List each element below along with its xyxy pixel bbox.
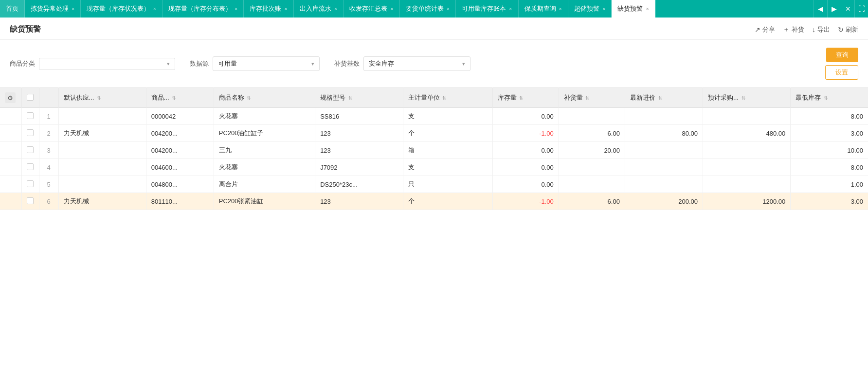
row-checkbox-4[interactable] <box>21 176 39 193</box>
tab-close-flow[interactable]: × <box>334 6 337 12</box>
row-goods-name-2: 三九 <box>214 142 315 159</box>
col-header-estimated-purchase[interactable]: 预计采购... ⇅ <box>703 88 791 108</box>
tab-expiry[interactable]: 保质期查询 × <box>519 0 568 18</box>
row-spec-5: 123 <box>315 193 403 210</box>
row-min-stock-3: 8.00 <box>791 159 868 176</box>
row-goods-code-4: 004800... <box>146 176 214 193</box>
tab-nav-buttons: ◀ ▶ ✕ ⛶ <box>814 0 868 18</box>
row-estimated-1: 480.00 <box>703 125 791 142</box>
settings-button[interactable]: 设置 <box>825 65 858 80</box>
row-latest-price-4 <box>625 176 703 193</box>
tab-close-shortage[interactable]: × <box>646 6 649 12</box>
row-goods-code-2: 004200... <box>146 142 214 159</box>
col-header-settings[interactable]: ⚙ <box>0 88 21 108</box>
col-header-replenish-qty[interactable]: 补货量 ⇅ <box>559 88 625 108</box>
tab-overstock[interactable]: 超储预警 × <box>568 0 612 18</box>
checkbox-4[interactable] <box>27 180 34 187</box>
row-supplier-1: 力天机械 <box>58 125 146 142</box>
checkbox-2[interactable] <box>27 146 34 153</box>
checkbox-5[interactable] <box>27 197 34 204</box>
goods-category-select[interactable]: ▾ <box>39 58 175 70</box>
col-header-min-stock[interactable]: 最低库存 ⇅ <box>791 88 868 108</box>
table-header-row: ⚙ 默认供应... ⇅ 商品... ⇅ 商品名称 <box>0 88 868 108</box>
share-button[interactable]: ↗ 分享 <box>755 25 775 34</box>
row-goods-code-5: 801110... <box>146 193 214 210</box>
select-all-checkbox[interactable] <box>27 94 34 101</box>
refresh-button[interactable]: ↻ 刷新 <box>838 25 858 34</box>
row-replenish-qty-0 <box>559 108 625 125</box>
col-header-stock[interactable]: 库存量 ⇅ <box>492 88 559 108</box>
tab-nav-close[interactable]: ✕ <box>841 0 854 18</box>
row-stock-4: 0.00 <box>492 176 559 193</box>
tab-goods-order[interactable]: 要货单统计表 × <box>400 0 456 18</box>
tab-nav-fullscreen[interactable]: ⛶ <box>854 0 868 18</box>
row-checkbox-0[interactable] <box>21 108 39 125</box>
replenish-base-filter: 补货基数 安全库存 ▾ <box>334 56 470 71</box>
tab-close-overstock[interactable]: × <box>602 6 605 12</box>
sort-icon-code: ⇅ <box>172 95 176 101</box>
tab-flow[interactable]: 出入库流水 × <box>294 0 344 18</box>
replenish-base-arrow: ▾ <box>462 61 465 67</box>
tab-stock-status[interactable]: 现存量（库存状况表） × <box>81 0 162 18</box>
col-header-num <box>39 88 58 108</box>
replenish-button[interactable]: ＋ 补货 <box>783 25 804 34</box>
row-supplier-5: 力天机械 <box>58 193 146 210</box>
tab-stock-distribution[interactable]: 现存量（库存分布表） × <box>163 0 244 18</box>
tab-pick-exception[interactable]: 拣货异常处理 × <box>25 0 81 18</box>
col-header-goods-code[interactable]: 商品... ⇅ <box>146 88 214 108</box>
row-spec-2: 123 <box>315 142 403 159</box>
row-checkbox-5[interactable] <box>21 193 39 210</box>
tab-home[interactable]: 首页 <box>0 0 25 18</box>
tab-close-batch-account[interactable]: × <box>284 6 287 12</box>
column-settings-gear[interactable]: ⚙ <box>5 92 16 103</box>
data-source-select[interactable]: 可用量 ▾ <box>213 56 320 71</box>
row-checkbox-2[interactable] <box>21 142 39 159</box>
checkbox-0[interactable] <box>27 112 34 119</box>
tab-batch-account[interactable]: 库存批次账 × <box>244 0 293 18</box>
col-header-goods-name[interactable]: 商品名称 ⇅ <box>214 88 315 108</box>
row-goods-name-3: 火花塞 <box>214 159 315 176</box>
row-supplier-4 <box>58 176 146 193</box>
tab-available-stock[interactable]: 可用量库存账本 × <box>456 0 518 18</box>
export-button[interactable]: ↓ 导出 <box>812 25 830 34</box>
tab-nav-prev[interactable]: ◀ <box>814 0 827 18</box>
tab-close-expiry[interactable]: × <box>559 6 562 12</box>
sort-icon-stock: ⇅ <box>519 95 523 101</box>
row-checkbox-1[interactable] <box>21 125 39 142</box>
tab-close-stock-status[interactable]: × <box>153 6 156 12</box>
checkbox-3[interactable] <box>27 163 34 170</box>
row-replenish-qty-4 <box>559 176 625 193</box>
row-num-1: 2 <box>39 125 58 142</box>
data-source-label: 数据源 <box>190 59 209 68</box>
replenish-base-select[interactable]: 安全库存 ▾ <box>363 56 470 71</box>
row-spec-1: 123 <box>315 125 403 142</box>
col-header-unit[interactable]: 主计量单位 ⇅ <box>403 88 492 108</box>
row-latest-price-3 <box>625 159 703 176</box>
col-header-spec[interactable]: 规格型号 ⇅ <box>315 88 403 108</box>
row-spec-3: J7092 <box>315 159 403 176</box>
row-unit-5: 个 <box>403 193 492 210</box>
sort-icon-estimated: ⇅ <box>741 95 745 101</box>
query-button[interactable]: 查询 <box>826 48 858 62</box>
tab-summary[interactable]: 收发存汇总表 × <box>344 0 399 18</box>
tab-close-summary[interactable]: × <box>390 6 393 12</box>
checkbox-1[interactable] <box>27 129 34 136</box>
data-source-arrow: ▾ <box>311 61 314 67</box>
row-settings-0 <box>0 108 21 125</box>
tab-close-goods-order[interactable]: × <box>447 6 450 12</box>
tab-nav-next[interactable]: ▶ <box>827 0 841 18</box>
tab-close-available-stock[interactable]: × <box>509 6 512 12</box>
tab-close-stock-distribution[interactable]: × <box>235 6 237 12</box>
tab-shortage[interactable]: 缺货预警 × <box>612 0 655 18</box>
tab-close-pick-exception[interactable]: × <box>72 6 74 12</box>
header-actions: ↗ 分享 ＋ 补货 ↓ 导出 ↻ 刷新 <box>755 25 858 34</box>
col-header-checkbox[interactable] <box>21 88 39 108</box>
col-header-latest-price[interactable]: 最新进价 ⇅ <box>625 88 703 108</box>
row-num-0: 1 <box>39 108 58 125</box>
row-latest-price-2 <box>625 142 703 159</box>
row-checkbox-3[interactable] <box>21 159 39 176</box>
row-replenish-qty-5: 6.00 <box>559 193 625 210</box>
col-header-default-supplier[interactable]: 默认供应... ⇅ <box>58 88 146 108</box>
goods-category-filter: 商品分类 ▾ <box>10 58 175 70</box>
table-row: 3 004200... 三九 123 箱 0.00 20.00 10.00 <box>0 142 868 159</box>
